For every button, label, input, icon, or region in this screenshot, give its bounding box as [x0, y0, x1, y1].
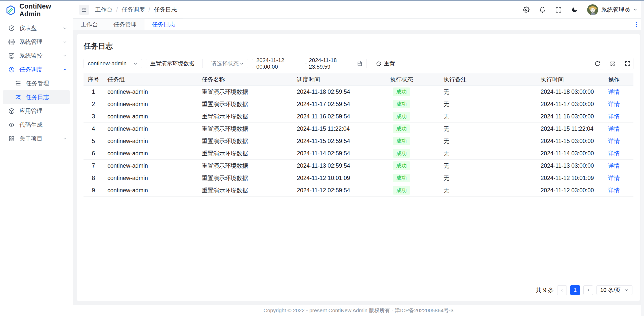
row-remark: 无 — [439, 113, 537, 120]
row-exec-time: 2024-11-17 03:00:00 — [537, 101, 594, 108]
copyright-text: Copyright © 2022 - present ContiNew Admi… — [263, 307, 453, 314]
detail-link[interactable]: 详情 — [608, 101, 620, 107]
breadcrumb: 工作台 / 任务调度 / 任务日志 — [95, 6, 177, 14]
detail-link[interactable]: 详情 — [608, 88, 620, 95]
sidebar-item-label: 系统管理 — [19, 38, 63, 46]
page-size-select[interactable]: 10 条/页 — [596, 285, 632, 295]
tab-label: 工作台 — [81, 21, 98, 28]
pagination-next-button[interactable] — [583, 285, 593, 295]
tab-task-management[interactable]: 任务管理 — [106, 19, 144, 30]
grid-icon — [8, 135, 15, 142]
detail-link[interactable]: 详情 — [608, 162, 620, 169]
table-body: 1 continew-admin 重置演示环境数据 2024-11-18 02:… — [84, 86, 633, 197]
date-range-picker[interactable]: 2024-11-12 00:00:00 - 2024-11-18 23:59:5… — [252, 59, 367, 68]
tab-task-log[interactable]: 任务日志 — [144, 19, 183, 30]
sidebar-item-about[interactable]: 关于项目 — [3, 132, 70, 146]
row-index: 5 — [84, 138, 103, 145]
row-exec-time: 2024-11-12 10:01:09 — [537, 175, 594, 182]
row-status-cell: 成功 — [364, 87, 439, 96]
row-action-cell: 详情 — [594, 174, 633, 182]
pagination: 共 9 条 1 10 条/页 — [84, 281, 633, 297]
row-status-cell: 成功 — [364, 149, 439, 158]
column-header: 执行状态 — [364, 76, 439, 83]
notification-bell-icon[interactable] — [539, 6, 546, 13]
sidebar-item-task-management[interactable]: 任务管理 — [3, 76, 70, 90]
table-row: 7 continew-admin 重置演示环境数据 2024-11-13 02:… — [84, 160, 633, 172]
tab-label: 任务日志 — [152, 21, 175, 28]
column-header: 执行时间 — [537, 76, 594, 83]
status-select[interactable]: 请选择状态 — [207, 59, 248, 68]
row-task-group: continew-admin — [103, 101, 198, 108]
row-status-cell: 成功 — [364, 100, 439, 108]
row-index: 4 — [84, 125, 103, 132]
row-task-name: 重置演示环境数据 — [198, 88, 293, 96]
row-schedule-time: 2024-11-15 11:22:04 — [293, 125, 364, 132]
breadcrumb-separator: / — [116, 6, 118, 13]
breadcrumb-item[interactable]: 任务调度 — [122, 6, 145, 14]
row-schedule-time: 2024-11-14 02:59:54 — [293, 150, 364, 157]
detail-link[interactable]: 详情 — [608, 187, 620, 194]
table-row: 5 continew-admin 重置演示环境数据 2024-11-15 02:… — [84, 135, 633, 147]
row-task-name: 重置演示环境数据 — [198, 137, 293, 145]
row-status-cell: 成功 — [364, 124, 439, 133]
row-task-group: continew-admin — [103, 187, 198, 194]
sidebar-item-code-generation[interactable]: 代码生成 — [3, 118, 70, 132]
status-select-placeholder: 请选择状态 — [211, 60, 239, 67]
detail-link[interactable]: 详情 — [608, 113, 620, 120]
logo-icon — [6, 5, 16, 16]
settings-gear-icon[interactable] — [523, 6, 530, 13]
sidebar-item-app-management[interactable]: 应用管理 — [3, 104, 70, 118]
tab-more-menu-icon[interactable] — [634, 19, 638, 30]
sidebar-item-dashboard[interactable]: 仪表盘 — [3, 21, 70, 35]
tab-workbench[interactable]: 工作台 — [73, 19, 106, 30]
row-remark: 无 — [439, 88, 537, 96]
sidebar-item-label: 仪表盘 — [19, 24, 63, 32]
row-remark: 无 — [439, 137, 537, 145]
row-task-group: continew-admin — [103, 138, 198, 145]
sidebar-collapse-button[interactable] — [79, 5, 89, 15]
row-schedule-time: 2024-11-12 10:01:09 — [293, 175, 364, 182]
row-remark: 无 — [439, 187, 537, 194]
task-log-card: 任务日志 continew-admin 重置演示环境数据 请选择状态 — [77, 34, 640, 301]
row-index: 1 — [84, 88, 103, 95]
detail-link[interactable]: 详情 — [608, 138, 620, 144]
success-status-badge: 成功 — [393, 137, 410, 145]
breadcrumb-item[interactable]: 工作台 — [95, 6, 112, 14]
pagination-prev-button[interactable] — [557, 285, 567, 295]
task-name-input[interactable]: 重置演示环境数据 — [146, 59, 203, 68]
column-settings-gear-icon[interactable] — [607, 58, 618, 69]
row-task-name: 重置演示环境数据 — [198, 100, 293, 108]
row-action-cell: 详情 — [594, 100, 633, 108]
sidebar-item-task-log[interactable]: 任务日志 — [3, 90, 70, 104]
row-schedule-time: 2024-11-18 02:59:54 — [293, 88, 364, 95]
sidebar-item-system-monitor[interactable]: 系统监控 — [3, 49, 70, 63]
row-index: 6 — [84, 150, 103, 157]
sidebar-item-label: 代码生成 — [19, 121, 67, 129]
table-row: 8 continew-admin 重置演示环境数据 2024-11-12 10:… — [84, 172, 633, 184]
scrollbar[interactable] — [641, 1, 644, 316]
refresh-icon[interactable] — [592, 58, 603, 69]
table-row: 2 continew-admin 重置演示环境数据 2024-11-17 02:… — [84, 98, 633, 110]
user-menu[interactable]: 系统管理员 — [587, 4, 637, 15]
task-group-select[interactable]: continew-admin — [84, 59, 142, 68]
detail-link[interactable]: 详情 — [608, 175, 620, 181]
row-status-cell: 成功 — [364, 112, 439, 121]
task-name-input-value: 重置演示环境数据 — [150, 60, 194, 67]
reset-button[interactable]: 重置 — [371, 59, 400, 68]
table-row: 3 continew-admin 重置演示环境数据 2024-11-16 02:… — [84, 110, 633, 123]
table-header: 序号 任务组 任务名称 调度时间 执行状态 执行备注 执行时间 操作 — [84, 73, 633, 86]
detail-link[interactable]: 详情 — [608, 150, 620, 157]
row-task-name: 重置演示环境数据 — [198, 150, 293, 157]
sidebar-item-label: 任务日志 — [26, 93, 67, 101]
detail-link[interactable]: 详情 — [608, 125, 620, 132]
sidebar-item-system-management[interactable]: 系统管理 — [3, 35, 70, 49]
row-task-group: continew-admin — [103, 150, 198, 157]
fullscreen-icon[interactable] — [555, 6, 562, 13]
pagination-page-1[interactable]: 1 — [570, 285, 580, 295]
row-exec-time: 2024-11-14 03:00:00 — [537, 150, 594, 157]
row-action-cell: 详情 — [594, 162, 633, 170]
row-task-group: continew-admin — [103, 113, 198, 120]
sidebar-item-task-scheduler[interactable]: 任务调度 — [3, 63, 70, 76]
dark-mode-moon-icon[interactable] — [571, 6, 578, 13]
table-fullscreen-icon[interactable] — [622, 58, 633, 69]
